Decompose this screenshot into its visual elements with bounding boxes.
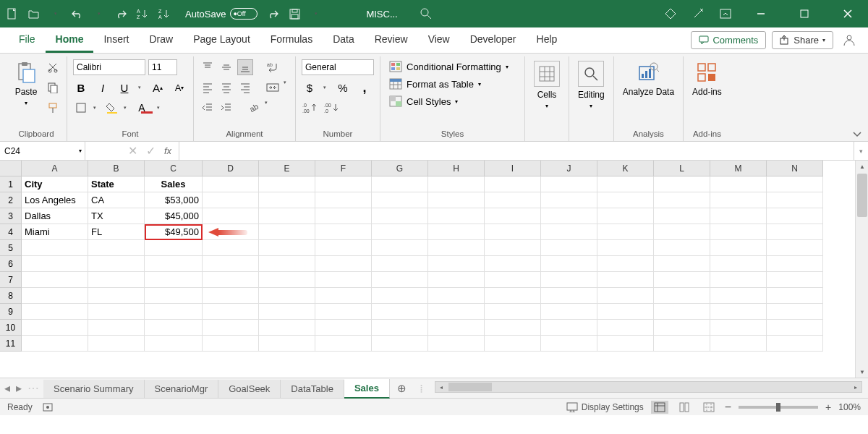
addins-button[interactable]: Add-ins xyxy=(689,59,725,98)
wand-icon[interactable] xyxy=(692,7,705,20)
cell[interactable] xyxy=(541,208,597,224)
qat-dropdown-icon[interactable]: ▾ xyxy=(49,7,62,20)
cell[interactable] xyxy=(203,304,259,320)
cell[interactable] xyxy=(654,176,710,192)
cell[interactable] xyxy=(597,192,654,208)
cell[interactable] xyxy=(428,192,485,208)
cell[interactable] xyxy=(145,336,203,352)
cell[interactable] xyxy=(654,224,710,240)
tab-insert[interactable]: Insert xyxy=(93,27,139,53)
column-header[interactable]: N xyxy=(767,161,823,176)
cell[interactable] xyxy=(145,256,203,272)
cell[interactable]: Miami xyxy=(22,224,88,240)
sort-asc-icon[interactable]: AZ xyxy=(136,7,149,20)
decrease-decimal-icon[interactable]: .00.0 xyxy=(323,100,339,116)
sheet-tab[interactable]: DataTable xyxy=(281,380,344,398)
cell[interactable] xyxy=(654,320,710,336)
tab-view[interactable]: View xyxy=(418,27,460,53)
tab-developer[interactable]: Developer xyxy=(460,27,527,53)
cell[interactable] xyxy=(22,336,88,352)
name-box[interactable]: C24▾ xyxy=(0,142,85,160)
undo-icon[interactable] xyxy=(71,7,84,20)
align-right-icon[interactable] xyxy=(237,80,253,95)
cell[interactable] xyxy=(259,192,315,208)
cell[interactable] xyxy=(541,240,597,256)
scrollbar-thumb[interactable] xyxy=(857,174,867,217)
cell[interactable] xyxy=(372,208,428,224)
sheet-prev-icon[interactable]: ◂ xyxy=(4,381,10,395)
cell[interactable] xyxy=(710,320,767,336)
ribbon-display-icon[interactable] xyxy=(719,7,732,20)
cell[interactable] xyxy=(485,240,541,256)
cell[interactable] xyxy=(259,224,315,240)
bold-button[interactable]: B xyxy=(73,80,89,95)
cell[interactable] xyxy=(259,256,315,272)
cell[interactable] xyxy=(428,224,485,240)
expand-formula-icon[interactable]: ▾ xyxy=(854,142,868,160)
cell[interactable] xyxy=(88,256,145,272)
cell[interactable] xyxy=(485,192,541,208)
cell[interactable] xyxy=(767,336,823,352)
cell[interactable] xyxy=(259,240,315,256)
cell[interactable] xyxy=(372,256,428,272)
cell[interactable] xyxy=(22,240,88,256)
cell[interactable]: $45,000 xyxy=(145,208,203,224)
search-icon[interactable] xyxy=(420,7,433,20)
tab-draw[interactable]: Draw xyxy=(139,27,183,53)
sheet-tab[interactable]: GoalSeek xyxy=(218,380,281,398)
border-icon[interactable] xyxy=(73,100,89,116)
cell[interactable] xyxy=(710,176,767,192)
cell[interactable] xyxy=(88,272,145,288)
cell[interactable] xyxy=(315,224,372,240)
minimize-button[interactable] xyxy=(746,3,775,25)
conditional-formatting-button[interactable]: Conditional Formatting ▾ xyxy=(386,59,511,74)
align-center-icon[interactable] xyxy=(218,80,234,95)
cell[interactable] xyxy=(145,240,203,256)
cell[interactable] xyxy=(541,176,597,192)
cell[interactable] xyxy=(88,288,145,304)
column-header[interactable]: C xyxy=(145,161,203,176)
sheet-tab[interactable]: Scenario Summary xyxy=(43,380,145,398)
merge-center-icon[interactable] xyxy=(265,80,281,95)
fill-color-icon[interactable] xyxy=(103,100,119,116)
cell[interactable] xyxy=(767,320,823,336)
zoom-slider[interactable] xyxy=(739,406,818,409)
share-button[interactable]: Share ▾ xyxy=(772,31,833,49)
cell[interactable] xyxy=(259,176,315,192)
cell[interactable] xyxy=(145,304,203,320)
decrease-indent-icon[interactable] xyxy=(200,100,216,116)
zoom-in-button[interactable]: + xyxy=(825,401,831,413)
fx-icon[interactable]: fx xyxy=(164,145,171,156)
cell[interactable] xyxy=(597,208,654,224)
cell[interactable]: $53,000 xyxy=(145,192,203,208)
cell[interactable] xyxy=(259,272,315,288)
cell[interactable] xyxy=(710,272,767,288)
row-header[interactable]: 2 xyxy=(0,192,22,208)
cell[interactable] xyxy=(203,240,259,256)
cell[interactable] xyxy=(259,288,315,304)
cell[interactable] xyxy=(541,224,597,240)
cell[interactable] xyxy=(710,304,767,320)
cell[interactable] xyxy=(315,272,372,288)
cell[interactable] xyxy=(372,240,428,256)
comments-button[interactable]: Comments xyxy=(691,31,766,49)
cell[interactable] xyxy=(88,240,145,256)
cell[interactable] xyxy=(710,256,767,272)
sheet-tab[interactable]: ScenarioMgr xyxy=(145,380,219,398)
cell[interactable] xyxy=(315,256,372,272)
redo2-icon[interactable] xyxy=(266,7,279,20)
cell[interactable] xyxy=(428,304,485,320)
cell[interactable] xyxy=(710,192,767,208)
select-all-corner[interactable] xyxy=(0,161,22,176)
sort-desc-icon[interactable]: ZA xyxy=(158,7,171,20)
cell[interactable] xyxy=(259,320,315,336)
italic-button[interactable]: I xyxy=(95,80,111,95)
align-top-icon[interactable] xyxy=(200,59,216,75)
increase-decimal-icon[interactable]: .0.00 xyxy=(302,100,318,116)
align-left-icon[interactable] xyxy=(200,80,216,95)
cell[interactable] xyxy=(372,192,428,208)
cell[interactable]: Dallas xyxy=(22,208,88,224)
cell[interactable] xyxy=(710,224,767,240)
cell[interactable] xyxy=(145,272,203,288)
cell[interactable] xyxy=(767,192,823,208)
